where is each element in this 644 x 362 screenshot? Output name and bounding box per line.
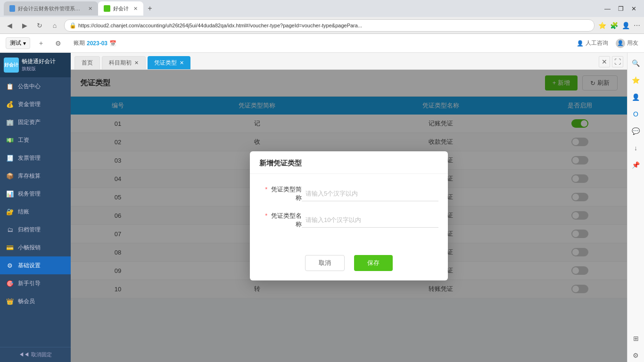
settings-icon[interactable]: ⚙: [52, 37, 64, 49]
right-outlook-icon[interactable]: O: [629, 107, 643, 121]
modal-footer: 取消 保存: [250, 249, 448, 280]
calendar-icon[interactable]: 📅: [109, 40, 116, 47]
tab-close-2[interactable]: ✕: [133, 6, 138, 12]
url-text: https://cloud2.chanjet.com/accounting/uh…: [78, 23, 589, 28]
sidebar-item-fund[interactable]: 💰 资金管理: [0, 95, 71, 113]
workspace-selector[interactable]: 测试 ▾: [6, 37, 30, 49]
short-label: * 凭证类型简称: [259, 185, 302, 202]
lock-icon: 🔒: [69, 22, 76, 29]
tax-icon: 📊: [6, 189, 14, 198]
right-pin-icon[interactable]: 📌: [629, 158, 643, 172]
period-value: 2023-03: [87, 40, 107, 47]
tab-subject[interactable]: 科目期初 ✕: [102, 56, 146, 69]
new-tab-button[interactable]: +: [143, 2, 157, 15]
cancel-pin-btn[interactable]: ◀◀ 取消固定: [0, 347, 71, 362]
short-input[interactable]: [302, 186, 438, 201]
nav-refresh[interactable]: ↻: [34, 20, 45, 31]
tab-home[interactable]: 首页: [74, 56, 100, 69]
sidebar-item-notice[interactable]: 📋 公告中心: [0, 77, 71, 95]
logo-sub: 旗舰版: [22, 66, 56, 72]
newbie-icon: 🎯: [6, 279, 14, 288]
period-info: 账期 2023-03 📅: [74, 39, 116, 47]
right-panel: 🔍 ⭐ 👤 O 💬 ↓ 📌 ⊞ ⚙: [627, 53, 644, 362]
right-search-icon[interactable]: 🔍: [629, 57, 643, 70]
right-star-icon[interactable]: ⭐: [629, 74, 643, 87]
sidebar-item-settings[interactable]: ⚙ 基础设置: [0, 256, 71, 274]
tab-minimize-btn[interactable]: ✕: [599, 56, 610, 67]
tab-title-1: 好会计云财务软件管理系统_会计: [18, 5, 83, 12]
sidebar-item-expense[interactable]: 💳 小畅报销: [0, 239, 71, 256]
fund-label: 资金管理: [18, 100, 41, 108]
consult-label: 人工咨询: [586, 39, 608, 47]
main-content: 首页 科目期初 ✕ 凭证类型 ✕ ✕ ⛶ 凭证类型: [71, 53, 627, 362]
modal-body: * 凭证类型简称 * 凭证类型名称: [250, 174, 448, 249]
browser-tab-inactive[interactable]: 好会计云财务软件管理系统_会计 ✕: [4, 1, 98, 16]
nav-home[interactable]: ⌂: [49, 20, 60, 31]
browser-action-icons: ⭐ 🧩 👤 ⋯: [598, 22, 640, 29]
pin-icon: ◀◀: [19, 352, 31, 357]
tab-close-1[interactable]: ✕: [88, 6, 92, 12]
sidebar-items-list: 📋 公告中心 💰 资金管理 🏢 固定资产 💵 工资 🧾 发票管理: [0, 77, 71, 347]
sidebar-item-archive[interactable]: 🗂 归档管理: [0, 221, 71, 239]
sidebar-logo: 好会计 畅捷通好会计 旗舰版: [0, 53, 71, 77]
consult-btn[interactable]: 👤 人工咨询: [577, 39, 608, 47]
sidebar-item-tax[interactable]: 📊 税务管理: [0, 185, 71, 203]
inventory-icon: 📦: [6, 172, 14, 180]
required-star-short: *: [265, 186, 267, 193]
salary-label: 工资: [18, 136, 29, 144]
name-input[interactable]: [302, 213, 438, 228]
address-box[interactable]: 🔒 https://cloud2.chanjet.com/accounting/…: [64, 19, 594, 32]
sidebar-item-salary[interactable]: 💵 工资: [0, 131, 71, 149]
sidebar-item-inventory[interactable]: 📦 库存核算: [0, 167, 71, 185]
nav-back[interactable]: ◀: [4, 20, 15, 31]
tab-subject-label: 科目期初: [109, 59, 132, 67]
more-icon[interactable]: ⋯: [634, 22, 640, 29]
notice-label: 公告中心: [18, 82, 41, 90]
right-download-icon[interactable]: ↓: [629, 141, 643, 155]
checkout-label: 结账: [18, 208, 29, 216]
sidebar-item-checkout[interactable]: 🔐 结账: [0, 203, 71, 221]
user-label: 用友: [627, 39, 638, 47]
workspace-dropdown-icon: ▾: [23, 40, 26, 47]
expense-label: 小畅报销: [18, 244, 41, 252]
tab-fullscreen-btn[interactable]: ⛶: [612, 56, 623, 67]
add-workspace-btn[interactable]: ＋: [35, 37, 47, 49]
tab-favicon-2: [104, 5, 110, 12]
sidebar: 好会计 畅捷通好会计 旗舰版 📋 公告中心 💰 资金管理 🏢 固定资产: [0, 53, 71, 362]
right-user-icon[interactable]: 👤: [629, 90, 643, 104]
salary-icon: 💵: [6, 136, 14, 144]
inventory-label: 库存核算: [18, 172, 41, 180]
archive-icon: 🗂: [6, 225, 14, 234]
right-grid-icon[interactable]: ⊞: [629, 332, 643, 345]
win-maximize[interactable]: ❐: [614, 4, 627, 13]
profile-icon[interactable]: 👤: [622, 22, 630, 29]
modal-title: 新增凭证类型: [259, 159, 302, 167]
newbie-label: 新手引导: [18, 280, 41, 288]
tab-voucher-type[interactable]: 凭证类型 ✕: [148, 56, 190, 69]
tab-subject-close[interactable]: ✕: [134, 60, 139, 66]
user-avatar: 👤: [616, 39, 625, 48]
modal-dialog: 新增凭证类型 * 凭证类型简称: [250, 151, 448, 280]
sidebar-item-invoice[interactable]: 🧾 发票管理: [0, 149, 71, 167]
logo-text-block: 畅捷通好会计 旗舰版: [22, 58, 56, 72]
sidebar-item-member[interactable]: 👑 畅会员: [0, 292, 71, 310]
right-settings-icon[interactable]: ⚙: [629, 349, 643, 362]
logo-icon: 好会计: [4, 58, 19, 73]
required-star-name: *: [265, 212, 267, 219]
invoice-label: 发票管理: [18, 154, 41, 162]
address-bar: ◀ ▶ ↻ ⌂ 🔒 https://cloud2.chanjet.com/acc…: [0, 17, 644, 34]
win-minimize[interactable]: —: [601, 4, 614, 13]
nav-forward[interactable]: ▶: [19, 20, 30, 31]
right-chat-icon[interactable]: 💬: [629, 124, 643, 138]
sidebar-item-newbie[interactable]: 🎯 新手引导: [0, 274, 71, 292]
win-close[interactable]: ✕: [627, 4, 640, 13]
page-content: 凭证类型 + 新增 ↻ 刷新 编号 凭证类: [71, 70, 627, 362]
sidebar-item-assets[interactable]: 🏢 固定资产: [0, 113, 71, 131]
user-btn[interactable]: 👤 用友: [616, 39, 638, 48]
extensions-icon[interactable]: 🧩: [610, 22, 618, 29]
tab-voucher-type-close[interactable]: ✕: [180, 60, 184, 66]
save-button[interactable]: 保存: [354, 255, 393, 271]
cancel-button[interactable]: 取消: [305, 255, 345, 271]
favorites-icon[interactable]: ⭐: [598, 22, 606, 29]
browser-tab-active[interactable]: 好会计 ✕: [98, 1, 143, 16]
